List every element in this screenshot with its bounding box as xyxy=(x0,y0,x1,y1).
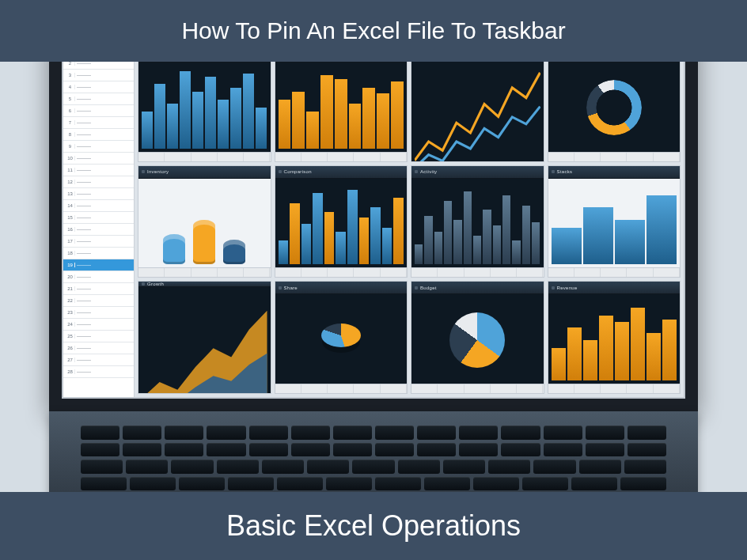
keyboard-key xyxy=(307,460,349,474)
panel-title: Share xyxy=(284,286,298,290)
panel-footer xyxy=(548,384,681,393)
chart-panel: Activity xyxy=(411,165,544,278)
panel-body xyxy=(411,55,544,162)
keyboard-key xyxy=(207,426,245,440)
panel-header: Comparison xyxy=(275,166,408,179)
panel-title: Stacks xyxy=(557,169,573,174)
panel-body xyxy=(275,179,408,268)
keyboard-key xyxy=(333,426,372,440)
keyboard-key xyxy=(123,443,161,457)
sidebar-row: 18——— xyxy=(63,248,134,259)
title-text: How To Pin An Excel File To Taskbar xyxy=(181,17,565,44)
title-banner-top: How To Pin An Excel File To Taskbar xyxy=(0,0,747,62)
sidebar-row: 22——— xyxy=(63,295,134,307)
title-banner-bottom: Basic Excel Operations xyxy=(0,492,747,560)
sidebar-row: 17——— xyxy=(63,236,134,248)
panel-header: Revenue xyxy=(548,282,681,294)
panel-footer xyxy=(138,267,271,277)
keyboard-key xyxy=(352,460,394,474)
subtitle-text: Basic Excel Operations xyxy=(226,509,521,542)
chart-panel: Stacks xyxy=(548,165,681,278)
keyboard-key xyxy=(126,460,168,474)
sidebar-row: 10——— xyxy=(63,153,134,165)
panel-body xyxy=(138,287,271,394)
panel-body xyxy=(548,294,681,384)
keyboard-key xyxy=(207,443,245,457)
keyboard-key xyxy=(620,477,666,491)
panel-footer xyxy=(411,267,544,277)
sidebar-row: 25——— xyxy=(63,331,134,342)
keyboard-key xyxy=(586,443,624,457)
keyboard-key xyxy=(571,477,617,491)
panel-header: Activity xyxy=(411,166,544,179)
panel-body xyxy=(138,62,271,152)
keyboard-key xyxy=(228,477,274,491)
keyboard-key xyxy=(522,477,568,491)
keyboard-key xyxy=(375,477,421,491)
keyboard-key xyxy=(249,426,288,440)
keyboard-key xyxy=(533,460,575,474)
sidebar-row: 5——— xyxy=(63,93,134,105)
keyboard-key xyxy=(459,443,498,457)
sidebar-row: 8——— xyxy=(63,129,134,141)
screen-bezel: 1———2———3———4———5———6———7———8———9———10——… xyxy=(49,32,698,411)
keyboard-key xyxy=(171,460,213,474)
panel-body xyxy=(275,294,408,384)
keyboard-key xyxy=(291,443,330,457)
sidebar-row: 3——— xyxy=(63,70,134,81)
sidebar-row: 6——— xyxy=(63,105,134,117)
chart-panel: Inventory xyxy=(138,165,271,278)
sidebar-row: 13——— xyxy=(63,188,134,200)
chart-grid: OverviewPerformanceTrendsCategoriesInven… xyxy=(135,46,684,397)
sidebar-row: 21——— xyxy=(63,283,134,295)
sidebar-row: 9——— xyxy=(63,141,134,153)
keyboard-key xyxy=(544,443,582,457)
sidebar-row: 16——— xyxy=(63,224,134,236)
sidebar-row: 7——— xyxy=(63,117,134,129)
keyboard-key xyxy=(326,477,372,491)
laptop-illustration: 1———2———3———4———5———6———7———8———9———10——… xyxy=(49,32,698,522)
sidebar-row: 23——— xyxy=(63,307,134,319)
panel-title: Revenue xyxy=(557,286,578,290)
keyboard-key xyxy=(459,426,498,440)
panel-title: Comparison xyxy=(284,169,312,174)
keyboard-key xyxy=(628,426,666,440)
panel-footer xyxy=(275,152,408,161)
keyboard-key xyxy=(277,477,323,491)
chart-panel: Overview xyxy=(138,49,271,162)
keyboard-key xyxy=(417,426,456,440)
chart-panel: Budget xyxy=(411,281,544,394)
keyboard-key xyxy=(473,477,519,491)
panel-header: Stacks xyxy=(548,166,681,179)
keyboard-key xyxy=(624,460,666,474)
panel-footer xyxy=(275,384,408,393)
keyboard-key xyxy=(398,460,440,474)
panel-body xyxy=(411,179,544,268)
keyboard-key xyxy=(81,426,119,440)
chart-panel: Revenue xyxy=(548,281,681,394)
keyboard-key xyxy=(333,443,372,457)
keyboard-key xyxy=(262,460,304,474)
keyboard-key xyxy=(443,460,485,474)
panel-title: Budget xyxy=(420,286,437,290)
chart-panel: Categories xyxy=(548,49,681,162)
keyboard-key xyxy=(501,443,540,457)
panel-header: Budget xyxy=(411,282,544,294)
sidebar-row: 28——— xyxy=(63,366,134,378)
chart-panel: Comparison xyxy=(275,165,408,278)
keyboard-key xyxy=(375,426,414,440)
panel-title: Inventory xyxy=(147,169,169,174)
keyboard-key xyxy=(81,443,119,457)
keyboard-key xyxy=(628,443,666,457)
sidebar-row: 4——— xyxy=(63,81,134,93)
panel-header: Share xyxy=(275,282,408,294)
panel-body xyxy=(411,294,544,384)
keyboard-key xyxy=(81,477,127,491)
panel-footer xyxy=(411,384,544,393)
panel-header: Inventory xyxy=(138,166,271,179)
panel-footer xyxy=(138,152,271,161)
sidebar-row: 20——— xyxy=(63,271,134,283)
keyboard-key xyxy=(217,460,259,474)
keyboard-key xyxy=(579,460,621,474)
keyboard-key xyxy=(488,460,530,474)
